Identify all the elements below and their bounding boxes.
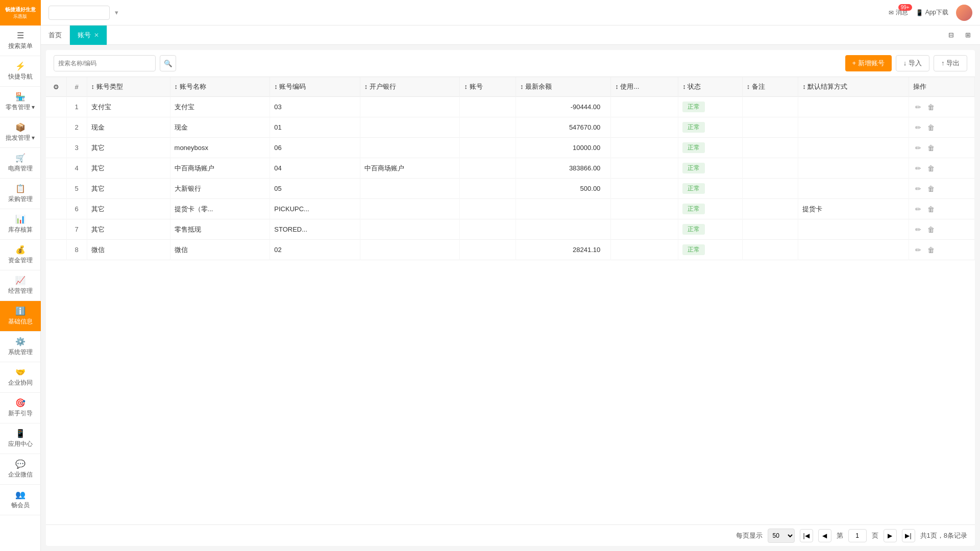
page-number-input[interactable] [848,529,867,542]
row-bank [360,219,460,240]
page-size-select[interactable]: 50 20 100 [768,529,795,543]
tab-minimize-button[interactable]: ⊟ [944,28,958,42]
search-button[interactable]: 🔍 [160,55,176,71]
delete-button[interactable]: 🗑 [925,143,937,153]
col-status[interactable]: ↕ 状态 [678,77,743,97]
row-default-payment [798,179,909,199]
message-button[interactable]: ✉ 消息 99+ [889,8,908,17]
next-page-button[interactable]: ▶ [884,529,897,542]
row-account [460,199,516,219]
row-type: 支付宝 [87,97,170,117]
row-name: 中百商场账户 [170,158,270,179]
table-wrapper: ⚙ # ↕ 账号类型 ↕ 账号名称 ↕ 账号编码 ↕ 开户银行 ↕ 账号 ↕ 最… [46,77,975,524]
retail-icon: 🏪 [15,92,26,102]
sidebar-item-finance[interactable]: 💰 资金管理 [0,240,41,270]
enterprise-icon: 🤝 [15,367,26,377]
sidebar-item-wholesale[interactable]: 📦 批发管理 ▾ [0,117,41,148]
tab-close-icon[interactable]: ✕ [94,32,99,39]
page-label: 第 [837,531,843,540]
tab-home[interactable]: 首页 [41,26,70,45]
sidebar-item-appcenter[interactable]: 📱 应用中心 [0,423,41,454]
row-bank [360,179,460,199]
row-actions: ✏ 🗑 [909,179,974,199]
sidebar-item-wxwork[interactable]: 💬 企业微信 [0,454,41,485]
sidebar-item-label: 经营管理 [8,287,33,295]
top-search-input[interactable] [48,6,110,20]
col-code[interactable]: ↕ 账号编码 [270,77,360,97]
row-settings [46,97,66,117]
col-balance[interactable]: ↕ 最新余额 [516,77,610,97]
delete-button[interactable]: 🗑 [925,184,937,194]
sidebar-item-label: 系统管理 [8,348,33,357]
col-settings[interactable]: ⚙ [46,77,66,97]
prev-page-button[interactable]: ◀ [818,529,831,542]
col-type[interactable]: ↕ 账号类型 [87,77,170,97]
sidebar-item-retail[interactable]: 🏪 零售管理 ▾ [0,87,41,117]
page-container: 🔍 + 新增账号 ↓ 导入 ↑ 导出 [46,50,975,546]
sidebar-item-enterprise[interactable]: 🤝 企业协同 [0,362,41,393]
col-remark[interactable]: ↕ 备注 [742,77,798,97]
edit-button[interactable]: ✏ [913,163,923,173]
system-icon: ⚙️ [15,337,26,346]
dropdown-icon[interactable]: ▾ [115,9,118,16]
sidebar-item-ecommerce[interactable]: 🛒 电商管理 [0,148,41,179]
sidebar-item-system[interactable]: ⚙️ 系统管理 [0,332,41,362]
sidebar-item-guide[interactable]: 🎯 新手引导 [0,393,41,423]
user-avatar[interactable] [956,5,972,21]
sidebar-item-basicinfo[interactable]: ℹ️ 基础信息 [0,301,41,332]
delete-button[interactable]: 🗑 [925,163,937,173]
col-name[interactable]: ↕ 账号名称 [170,77,270,97]
top-header: ▾ ✉ 消息 99+ 📱 App下载 [41,0,980,26]
import-button[interactable]: ↓ 导入 [896,55,929,71]
table-row: 5 其它 大新银行 05 500.00 正常 ✏ 🗑 [46,179,975,199]
delete-button[interactable]: 🗑 [925,245,937,255]
sidebar-item-purchase[interactable]: 📋 采购管理 [0,179,41,209]
export-button[interactable]: ↑ 导出 [934,55,967,71]
sidebar-item-inventory[interactable]: 📊 库存核算 [0,209,41,240]
edit-button[interactable]: ✏ [913,224,923,235]
wxwork-icon: 💬 [15,459,26,469]
search-input[interactable] [54,55,156,71]
sidebar-item-quicknav[interactable]: ⚡ 快捷导航 [0,56,41,87]
first-page-button[interactable]: |◀ [800,529,813,542]
row-remark [742,240,798,260]
edit-button[interactable]: ✏ [913,143,923,153]
last-page-button[interactable]: ▶| [902,529,915,542]
col-default-payment[interactable]: ↕ 默认结算方式 [798,77,909,97]
row-name: 大新银行 [170,179,270,199]
sidebar-item-search[interactable]: ☰ 搜索菜单 [0,26,41,56]
sidebar-item-operation[interactable]: 📈 经营管理 [0,270,41,301]
edit-button[interactable]: ✏ [913,245,923,255]
row-status: 正常 [678,117,743,138]
member-icon: 👥 [15,490,26,499]
delete-button[interactable]: 🗑 [925,204,937,214]
edit-button[interactable]: ✏ [913,204,923,214]
app-download-label: App下载 [925,8,948,17]
col-usage[interactable]: ↕ 使用... [611,77,678,97]
table-row: 6 其它 提货卡（零... PICKUPC... 正常 提货卡 ✏ 🗑 [46,199,975,219]
table-row: 3 其它 moneybosx 06 10000.00 正常 ✏ 🗑 [46,138,975,158]
search-menu-icon: ☰ [17,31,24,40]
row-no: 6 [66,199,87,219]
sidebar-item-label: 资金管理 [8,256,33,265]
edit-button[interactable]: ✏ [913,102,923,112]
row-no: 2 [66,117,87,138]
col-bank[interactable]: ↕ 开户银行 [360,77,460,97]
tab-account[interactable]: 账号 ✕ [70,26,107,45]
app-download-button[interactable]: 📱 App下载 [916,8,948,17]
delete-button[interactable]: 🗑 [925,224,937,235]
add-account-button[interactable]: + 新增账号 [845,55,892,71]
col-account[interactable]: ↕ 账号 [460,77,516,97]
row-code: 01 [270,117,360,138]
edit-button[interactable]: ✏ [913,122,923,133]
sidebar-item-member[interactable]: 👥 畅会员 [0,485,41,515]
delete-button[interactable]: 🗑 [925,102,937,112]
row-usage [611,240,678,260]
delete-button[interactable]: 🗑 [925,122,937,133]
table-row: 2 现金 现金 01 547670.00 正常 ✏ 🗑 [46,117,975,138]
row-account [460,158,516,179]
tab-maximize-button[interactable]: ⊞ [961,28,975,42]
edit-button[interactable]: ✏ [913,184,923,194]
row-no: 3 [66,138,87,158]
row-code: PICKUPC... [270,199,360,219]
